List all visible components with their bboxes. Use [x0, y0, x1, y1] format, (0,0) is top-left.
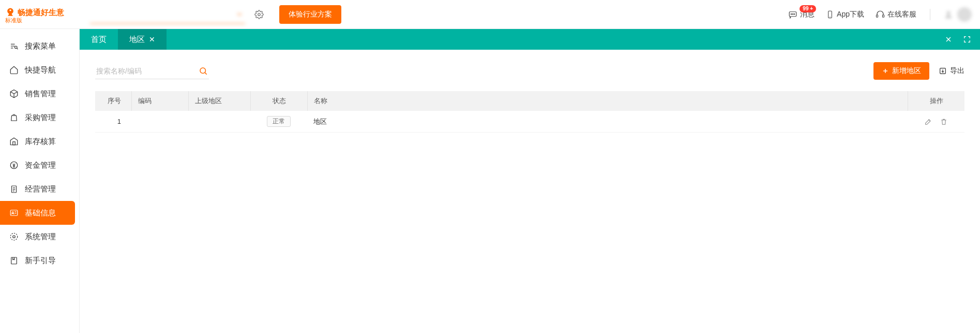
main: 首页地区✕ — [80, 29, 980, 333]
svg-point-22 — [12, 212, 13, 213]
export-button[interactable]: 导出 — [939, 66, 964, 76]
system-icon — [9, 232, 19, 241]
tab-1[interactable]: 地区✕ — [118, 29, 167, 50]
svg-point-30 — [200, 68, 206, 74]
table-row: 1正常地区 — [95, 111, 964, 133]
bag-icon — [9, 113, 19, 122]
svg-point-9 — [947, 11, 950, 15]
content-area: 新增地区 导出 序号 编码 上级地区 状态 名称 — [80, 50, 980, 333]
gear-icon — [254, 10, 264, 19]
org-name — [92, 9, 99, 19]
edit-icon — [924, 118, 932, 126]
toolbar: 新增地区 导出 — [95, 62, 964, 80]
cell-actions — [908, 118, 964, 126]
online-service-label: 在线客服 — [887, 10, 916, 19]
table-header: 序号 编码 上级地区 状态 名称 操作 — [95, 91, 964, 111]
user-menu[interactable] — [944, 7, 972, 22]
sidebar-item-0[interactable]: 搜索菜单 — [0, 34, 79, 58]
svg-point-2 — [791, 13, 792, 15]
svg-rect-21 — [10, 210, 18, 216]
search-box — [95, 63, 209, 79]
toolbar-right: 新增地区 导出 — [873, 62, 964, 80]
org-selector[interactable] — [90, 5, 245, 24]
app-download-label: App下载 — [837, 10, 864, 19]
clipboard-icon — [9, 184, 19, 194]
cell-name: 地区 — [307, 117, 908, 126]
sidebar-item-label: 资金管理 — [25, 161, 56, 170]
export-label: 导出 — [950, 66, 964, 76]
sidebar-item-1[interactable]: 快捷导航 — [0, 58, 79, 82]
th-status[interactable]: 状态 — [250, 91, 307, 111]
close-icon[interactable]: ✕ — [149, 35, 155, 44]
phone-icon — [826, 10, 834, 19]
messages-badge: 99 + — [800, 5, 816, 12]
sidebar: 搜索菜单快捷导航销售管理采购管理库存核算资金管理经营管理基础信息系统管理新手引导 — [0, 29, 80, 333]
search-menu-icon — [9, 41, 19, 51]
th-parent[interactable]: 上级地区 — [188, 91, 250, 111]
logo-subtitle: 标准版 — [5, 17, 22, 24]
chat-icon — [788, 10, 797, 19]
search-icon[interactable] — [199, 66, 208, 76]
logo: 畅捷通好生意 标准版 — [0, 4, 80, 24]
sidebar-item-label: 销售管理 — [25, 89, 56, 99]
sidebar-item-label: 新手引导 — [25, 256, 56, 266]
sidebar-item-label: 经营管理 — [25, 184, 56, 194]
tab-label: 地区 — [129, 35, 145, 45]
tab-label: 首页 — [91, 35, 107, 45]
person-icon — [944, 10, 953, 19]
tab-0[interactable]: 首页 — [80, 29, 118, 50]
fullscreen-button[interactable] — [961, 34, 973, 45]
plus-icon — [882, 67, 889, 75]
svg-rect-27 — [11, 257, 17, 264]
svg-point-0 — [258, 13, 261, 16]
sidebar-item-8[interactable]: 系统管理 — [0, 225, 79, 249]
svg-point-3 — [792, 13, 793, 15]
svg-point-4 — [794, 13, 795, 15]
logo-icon — [5, 7, 16, 18]
messages-button[interactable]: 消息 99 + — [788, 10, 815, 19]
edit-button[interactable] — [924, 118, 932, 126]
sidebar-item-9[interactable]: 新手引导 — [0, 249, 79, 272]
headset-icon — [876, 10, 885, 19]
settings-gear-button[interactable] — [254, 10, 264, 19]
add-region-button[interactable]: 新增地区 — [873, 62, 929, 80]
th-name[interactable]: 名称 — [307, 91, 908, 111]
svg-point-26 — [13, 236, 16, 238]
svg-line-14 — [17, 49, 18, 50]
sidebar-item-label: 搜索菜单 — [25, 41, 56, 51]
delete-button[interactable] — [940, 118, 948, 126]
region-table: 序号 编码 上级地区 状态 名称 操作 1正常地区 — [95, 91, 964, 133]
svg-point-13 — [15, 46, 18, 49]
sidebar-item-label: 系统管理 — [25, 232, 56, 242]
add-region-label: 新增地区 — [892, 66, 921, 76]
svg-line-31 — [205, 73, 206, 74]
sidebar-item-6[interactable]: 经营管理 — [0, 177, 79, 201]
sidebar-item-2[interactable]: 销售管理 — [0, 82, 79, 106]
cell-status: 正常 — [250, 116, 307, 127]
tag-icon — [9, 89, 19, 98]
fullscreen-icon — [963, 35, 971, 44]
experience-plan-button[interactable]: 体验行业方案 — [279, 5, 341, 24]
tabbar: 首页地区✕ — [80, 29, 980, 50]
logo-text: 畅捷通好生意 — [18, 8, 64, 18]
sidebar-item-3[interactable]: 采购管理 — [0, 106, 79, 129]
sidebar-item-4[interactable]: 库存核算 — [0, 129, 79, 153]
close-icon — [944, 35, 953, 44]
id-card-icon — [9, 208, 19, 218]
sidebar-item-label: 快捷导航 — [25, 65, 56, 75]
sidebar-item-5[interactable]: 资金管理 — [0, 153, 79, 177]
guide-icon — [9, 256, 19, 265]
app-download-button[interactable]: App下载 — [826, 10, 864, 19]
svg-rect-7 — [877, 15, 878, 17]
th-code[interactable]: 编码 — [131, 91, 188, 111]
trash-icon — [940, 118, 948, 126]
search-input[interactable] — [96, 67, 199, 75]
sidebar-item-label: 基础信息 — [25, 208, 56, 218]
close-all-tabs-button[interactable] — [943, 34, 954, 45]
sidebar-item-label: 采购管理 — [25, 113, 56, 123]
online-service-button[interactable]: 在线客服 — [876, 10, 916, 19]
warehouse-icon — [9, 137, 19, 146]
cell-seq: 1 — [95, 118, 131, 125]
sidebar-item-7[interactable]: 基础信息 — [0, 201, 75, 225]
home-icon — [9, 65, 19, 75]
